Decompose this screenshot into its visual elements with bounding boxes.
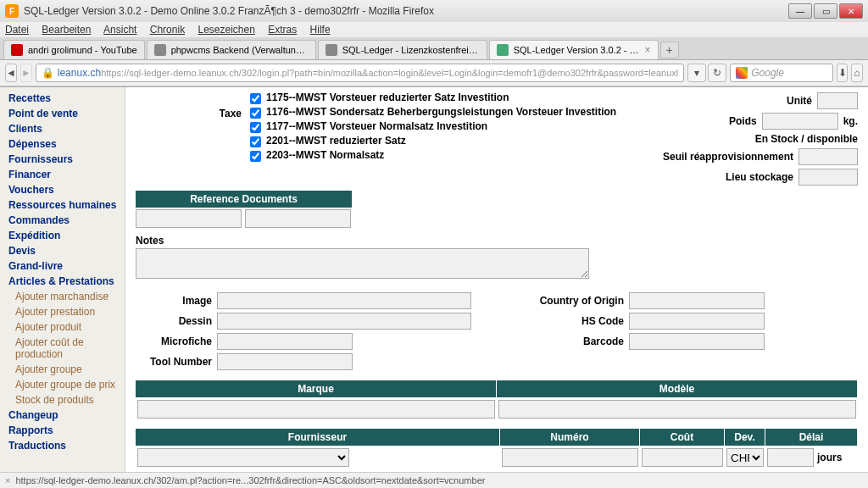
label-notes: Notes bbox=[136, 235, 164, 247]
close-tab-icon[interactable]: × bbox=[645, 44, 651, 56]
sidebar-item-articles[interactable]: Articles & Prestations bbox=[8, 274, 125, 289]
sidebar-item-vouchers[interactable]: Vouchers bbox=[8, 182, 125, 197]
address-bar[interactable]: 🔒 leanux.ch https://sql-ledger-demo.lean… bbox=[36, 64, 684, 82]
back-button[interactable]: ◄ bbox=[5, 64, 17, 82]
input-cout[interactable] bbox=[642, 448, 723, 467]
downloads-button[interactable]: ⬇ bbox=[837, 64, 849, 82]
header-modele: Modèle bbox=[497, 380, 858, 397]
window-title: SQL-Ledger Version 3.0.2 - Demo Online 3… bbox=[24, 5, 788, 17]
input-numero[interactable] bbox=[502, 448, 638, 467]
input-seuil[interactable] bbox=[798, 148, 858, 165]
status-bar: × https://sql-ledger-demo.leanux.ch/302/… bbox=[0, 472, 868, 482]
status-text: https://sql-ledger-demo.leanux.ch/302/am… bbox=[15, 475, 485, 482]
input-toolnumber[interactable] bbox=[217, 353, 353, 370]
google-icon bbox=[736, 67, 748, 79]
label-taxe: Taxe bbox=[136, 91, 250, 187]
input-refdoc-2[interactable] bbox=[245, 209, 351, 228]
select-dev-supplier[interactable]: CHF bbox=[726, 448, 764, 467]
sidebar-item-financer[interactable]: Financer bbox=[8, 167, 125, 182]
tab-sqlledger-license[interactable]: SQL-Ledger - Lizenzkostenfreien Ope... bbox=[318, 40, 487, 59]
tab-phpwcms[interactable]: phpwcms Backend (Verwaltung) - sql... bbox=[147, 40, 316, 59]
header-delai: Délai bbox=[765, 429, 858, 446]
tab-youtube[interactable]: andri grolimund - YouTube bbox=[3, 40, 145, 59]
tab-strip: andri grolimund - YouTube phpwcms Backen… bbox=[0, 37, 868, 60]
search-box[interactable]: Google bbox=[730, 64, 833, 82]
input-modele[interactable] bbox=[498, 400, 856, 419]
sidebar-item-fournisseurs[interactable]: Fournisseurs bbox=[8, 152, 125, 167]
sidebar-sub-cout[interactable]: Ajouter coût de production bbox=[8, 335, 125, 362]
reload-button[interactable]: ↻ bbox=[708, 64, 726, 82]
sidebar-item-clients[interactable]: Clients bbox=[8, 121, 125, 136]
tax-check-2203[interactable] bbox=[250, 151, 261, 162]
forward-button[interactable]: ► bbox=[20, 64, 32, 82]
input-poids[interactable] bbox=[762, 113, 838, 130]
sidebar-item-rapports[interactable]: Rapports bbox=[8, 423, 125, 438]
sidebar-item-pdv[interactable]: Point de vente bbox=[8, 106, 125, 121]
sidebar-item-grandlivre[interactable]: Grand-livre bbox=[8, 258, 125, 274]
menu-file[interactable]: Datei bbox=[5, 24, 29, 36]
header-fournisseur: Fournisseur bbox=[136, 429, 500, 446]
sidebar-item-expedition[interactable]: Expédition bbox=[8, 228, 125, 243]
dropdown-icon[interactable]: ▾ bbox=[687, 64, 706, 82]
tax-check-1176[interactable] bbox=[250, 108, 261, 119]
sidebar-sub-groupeprix[interactable]: Ajouter groupe de prix bbox=[8, 377, 125, 392]
youtube-icon bbox=[11, 44, 23, 56]
maximize-button[interactable]: ▭ bbox=[814, 3, 837, 19]
tab-sqlledger-demo[interactable]: SQL-Ledger Version 3.0.2 - Demo Onl... × bbox=[489, 40, 659, 59]
sidebar-item-commandes[interactable]: Commandes bbox=[8, 213, 125, 228]
header-refdocs: Reference Documents bbox=[136, 191, 352, 208]
input-lieu[interactable] bbox=[798, 169, 858, 186]
input-refdoc-1[interactable] bbox=[136, 209, 242, 228]
new-tab-button[interactable]: + bbox=[660, 42, 679, 58]
input-image[interactable] bbox=[217, 292, 471, 309]
input-hscode[interactable] bbox=[629, 313, 765, 330]
tax-check-1177[interactable] bbox=[250, 122, 261, 133]
header-marque: Marque bbox=[136, 380, 497, 397]
textarea-notes[interactable] bbox=[136, 248, 589, 279]
sidebar-item-recettes[interactable]: Recettes bbox=[8, 91, 125, 106]
input-dessin[interactable] bbox=[217, 313, 471, 330]
header-cout: Coût bbox=[640, 429, 725, 446]
tax-check-1175[interactable] bbox=[250, 93, 261, 104]
sidebar-item-devis[interactable]: Devis bbox=[8, 243, 125, 258]
firefox-icon: F bbox=[5, 4, 19, 18]
lock-icon: 🔒 bbox=[42, 67, 54, 79]
minimize-button[interactable]: — bbox=[788, 3, 812, 19]
menu-help[interactable]: Hilfe bbox=[310, 24, 331, 36]
sidebar-sub-groupe[interactable]: Ajouter groupe bbox=[8, 362, 125, 377]
input-coo[interactable] bbox=[629, 292, 765, 309]
title-bar: F SQL-Ledger Version 3.0.2 - Demo Online… bbox=[0, 0, 868, 22]
sidebar-item-ressources[interactable]: Ressources humaines bbox=[8, 197, 125, 213]
sidebar-sub-stock[interactable]: Stock de produits bbox=[8, 392, 125, 408]
menu-view[interactable]: Ansicht bbox=[103, 24, 136, 36]
input-marque[interactable] bbox=[137, 400, 495, 419]
main-content: Taxe 1175--MWST Vorsteuer reduzierter Sa… bbox=[125, 87, 868, 482]
sidebar-sub-prestation[interactable]: Ajouter prestation bbox=[8, 304, 125, 319]
sidebar-sub-marchandise[interactable]: Ajouter marchandise bbox=[8, 289, 125, 304]
input-unite[interactable] bbox=[817, 92, 858, 109]
sqlledger-icon bbox=[497, 44, 509, 56]
input-barcode[interactable] bbox=[629, 333, 765, 350]
header-numero: Numéro bbox=[500, 429, 640, 446]
toolbar: ◄ ► 🔒 leanux.ch https://sql-ledger-demo.… bbox=[0, 60, 868, 86]
input-microfiche[interactable] bbox=[217, 333, 353, 350]
page-icon bbox=[326, 44, 337, 56]
close-window-button[interactable]: ✕ bbox=[839, 3, 863, 19]
tax-check-2201[interactable] bbox=[250, 136, 261, 147]
sidebar: Recettes Point de vente Clients Dépenses… bbox=[0, 87, 125, 482]
menu-history[interactable]: Chronik bbox=[150, 24, 185, 36]
menu-edit[interactable]: Bearbeiten bbox=[42, 24, 91, 36]
menu-tools[interactable]: Extras bbox=[268, 24, 297, 36]
header-dev: Dev. bbox=[725, 429, 765, 446]
select-fournisseur[interactable] bbox=[137, 448, 349, 467]
sidebar-item-depenses[interactable]: Dépenses bbox=[8, 136, 125, 152]
input-delai[interactable] bbox=[767, 448, 814, 467]
menu-bar: Datei Bearbeiten Ansicht Chronik Lesezei… bbox=[0, 22, 868, 37]
menu-bookmarks[interactable]: Lesezeichen bbox=[198, 24, 254, 36]
page-icon bbox=[154, 44, 166, 56]
home-button[interactable]: ⌂ bbox=[851, 64, 863, 82]
sidebar-item-traductions[interactable]: Traductions bbox=[8, 438, 125, 453]
sidebar-sub-produit[interactable]: Ajouter produit bbox=[8, 319, 125, 335]
status-close-icon[interactable]: × bbox=[5, 475, 10, 482]
sidebar-item-changeup[interactable]: Changeup bbox=[8, 408, 125, 423]
